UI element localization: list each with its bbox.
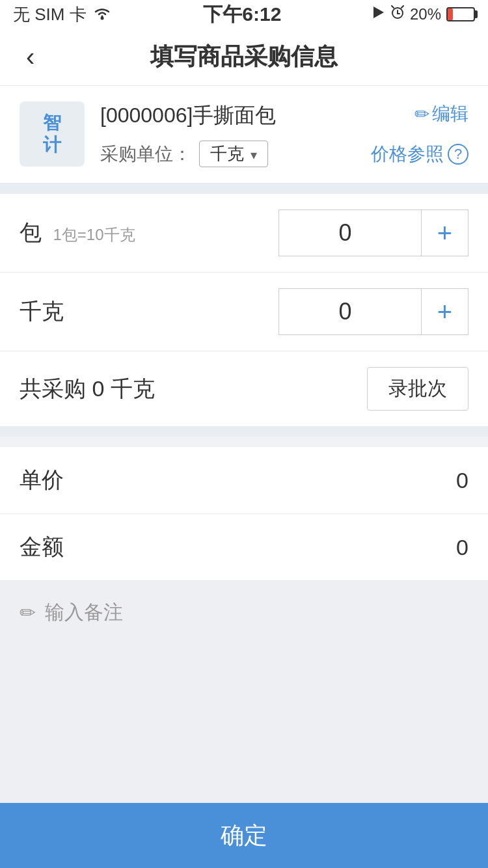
- kg-quantity-input[interactable]: [278, 288, 422, 335]
- location-icon: [372, 5, 385, 23]
- product-logo: 智 计: [43, 112, 61, 156]
- product-name: [0000006]手撕面包: [100, 102, 276, 130]
- edit-pencil-icon: ✏: [414, 103, 429, 125]
- product-thumbnail: 智 计: [20, 102, 85, 167]
- alarm-icon: [390, 5, 405, 23]
- price-ref-button[interactable]: 价格参照 ?: [371, 142, 468, 167]
- unit-section: 采购单位： 千克: [100, 141, 268, 167]
- chevron-down-icon: [248, 144, 257, 164]
- input-section: 包 1包=10千克 + 千克 + 共采购 0 千克 录批次: [0, 194, 488, 426]
- no-sim-text: 无 SIM 卡: [13, 3, 87, 26]
- svg-marker-1: [373, 7, 384, 18]
- remark-section[interactable]: ✏ 输入备注: [0, 581, 488, 644]
- kg-plus-button[interactable]: +: [422, 288, 468, 335]
- svg-line-5: [392, 6, 394, 8]
- bag-input-wrapper: +: [278, 210, 468, 256]
- confirm-button[interactable]: 确定: [0, 803, 488, 868]
- amount-value: 0: [456, 535, 468, 560]
- status-left: 无 SIM 卡: [13, 3, 113, 26]
- batch-button[interactable]: 录批次: [367, 367, 468, 411]
- remark-placeholder: 输入备注: [45, 599, 123, 626]
- bag-sub-label: 1包=10千克: [53, 226, 135, 243]
- section-divider-1: [0, 183, 488, 194]
- bag-plus-button[interactable]: +: [422, 210, 468, 256]
- summary-row: 共采购 0 千克 录批次: [0, 351, 488, 426]
- kg-input-wrapper: +: [278, 288, 468, 335]
- kg-label: 千克: [20, 297, 278, 327]
- edit-button[interactable]: ✏ 编辑: [414, 102, 468, 126]
- product-meta: 采购单位： 千克 价格参照 ?: [100, 141, 468, 167]
- battery-icon: [446, 7, 475, 21]
- section-divider-2: [0, 426, 488, 437]
- unit-price-value: 0: [456, 468, 468, 493]
- unit-price-row: 单价 0: [0, 447, 488, 514]
- bag-quantity-input[interactable]: [278, 210, 422, 256]
- amount-label: 金额: [20, 532, 64, 562]
- unit-badge[interactable]: 千克: [199, 141, 268, 167]
- page-title: 填写商品采购信息: [150, 41, 338, 73]
- status-bar: 无 SIM 卡 下午6:12 20%: [0, 0, 488, 29]
- product-info: [0000006]手撕面包 ✏ 编辑 采购单位： 千克 价格参照 ?: [100, 102, 468, 167]
- price-section: 单价 0 金额 0: [0, 447, 488, 581]
- unit-price-label: 单价: [20, 465, 64, 495]
- wifi-icon: [92, 5, 113, 25]
- confirm-label: 确定: [221, 820, 267, 852]
- nav-bar: ‹ 填写商品采购信息: [0, 29, 488, 86]
- pencil-icon: ✏: [20, 601, 36, 624]
- help-icon: ?: [448, 144, 468, 165]
- status-right: 20%: [372, 5, 475, 23]
- svg-line-6: [401, 6, 403, 8]
- back-button[interactable]: ‹: [20, 36, 41, 78]
- unit-label: 采购单位：: [100, 142, 191, 167]
- product-card: 智 计 [0000006]手撕面包 ✏ 编辑 采购单位： 千克 价格参照 ?: [0, 86, 488, 183]
- bag-label: 包 1包=10千克: [20, 218, 278, 248]
- summary-text: 共采购 0 千克: [20, 374, 155, 404]
- product-header: [0000006]手撕面包 ✏ 编辑: [100, 102, 468, 130]
- battery-percentage: 20%: [410, 5, 441, 23]
- status-time: 下午6:12: [203, 1, 281, 28]
- svg-point-0: [100, 16, 103, 20]
- amount-row: 金额 0: [0, 514, 488, 581]
- kg-input-row: 千克 +: [0, 273, 488, 351]
- bag-input-row: 包 1包=10千克 +: [0, 194, 488, 273]
